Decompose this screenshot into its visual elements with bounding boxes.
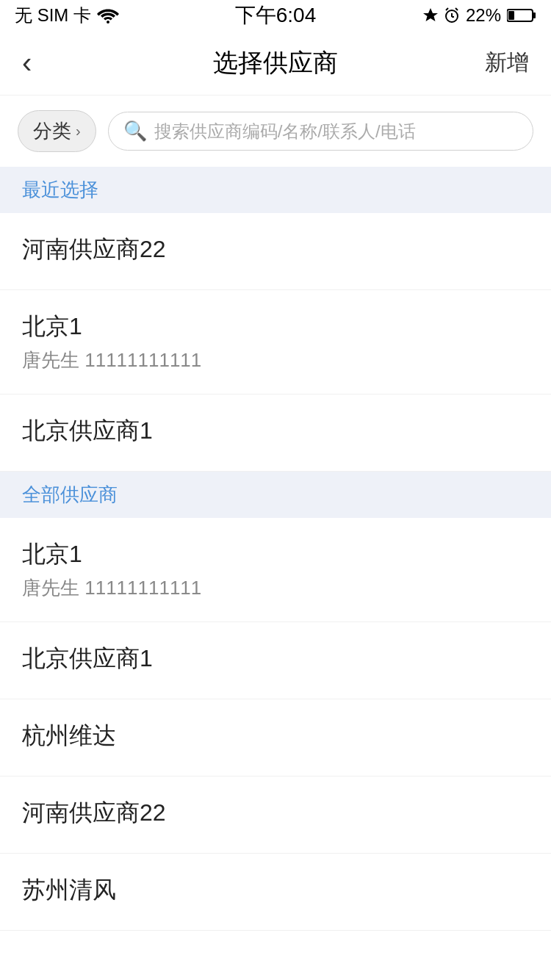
item-name: 北京供应商1 [22, 415, 529, 447]
search-input-wrap: 🔍 [108, 112, 533, 151]
all-list-item[interactable]: 北京供应商1 [0, 622, 551, 699]
svg-rect-7 [533, 12, 536, 18]
no-sim-label: 无 SIM 卡 [15, 4, 91, 27]
battery-label: 22% [466, 5, 501, 26]
svg-rect-8 [508, 11, 514, 20]
chevron-right-icon: › [76, 123, 81, 140]
wifi-icon [97, 7, 119, 24]
svg-point-0 [107, 21, 109, 24]
item-name: 苏州清风 [22, 874, 529, 907]
back-button[interactable]: ‹ [22, 46, 66, 79]
item-name: 北京1 [22, 311, 529, 343]
recent-section-label: 最近选择 [22, 179, 98, 201]
recent-list-item[interactable]: 河南供应商22 [0, 213, 551, 290]
alarm-icon [444, 7, 460, 24]
item-name: 河南供应商22 [22, 234, 529, 266]
item-name: 杭州维达 [22, 720, 529, 752]
all-list-item[interactable]: 苏州清风 [0, 854, 551, 931]
add-button[interactable]: 新增 [485, 48, 529, 78]
recent-items-list: 河南供应商22北京1唐先生 11111111111北京供应商1 [0, 213, 551, 472]
all-section-label: 全部供应商 [22, 483, 118, 505]
search-filter-bar: 分类 › 🔍 [0, 96, 551, 167]
item-name: 北京供应商1 [22, 643, 529, 675]
recent-list-item[interactable]: 北京供应商1 [0, 394, 551, 472]
recent-list-item[interactable]: 北京1唐先生 11111111111 [0, 290, 551, 394]
all-items-list: 北京1唐先生 11111111111北京供应商1杭州维达河南供应商22苏州清风 [0, 518, 551, 931]
all-list-item[interactable]: 北京1唐先生 11111111111 [0, 518, 551, 622]
category-filter-button[interactable]: 分类 › [18, 110, 96, 152]
item-name: 北京1 [22, 538, 529, 571]
search-icon: 🔍 [123, 120, 147, 143]
nav-bar: ‹ 选择供应商 新增 [0, 31, 551, 96]
category-label: 分类 [33, 118, 71, 144]
search-input[interactable] [154, 121, 518, 142]
item-detail: 唐先生 11111111111 [22, 347, 529, 373]
battery-icon [507, 8, 536, 23]
status-right: 22% [423, 5, 536, 26]
item-name: 河南供应商22 [22, 797, 529, 829]
status-bar: 无 SIM 卡 下午6:04 22% [0, 0, 551, 31]
recent-section-header: 最近选择 [0, 167, 551, 213]
svg-line-4 [446, 8, 448, 10]
location-icon [423, 8, 438, 23]
item-detail: 唐先生 11111111111 [22, 575, 529, 601]
all-section-header: 全部供应商 [0, 472, 551, 518]
page-title: 选择供应商 [213, 46, 338, 80]
status-left: 无 SIM 卡 [15, 4, 119, 27]
all-list-item[interactable]: 河南供应商22 [0, 777, 551, 854]
svg-line-5 [455, 8, 458, 10]
all-list-item[interactable]: 杭州维达 [0, 699, 551, 777]
status-time: 下午6:04 [235, 1, 317, 29]
